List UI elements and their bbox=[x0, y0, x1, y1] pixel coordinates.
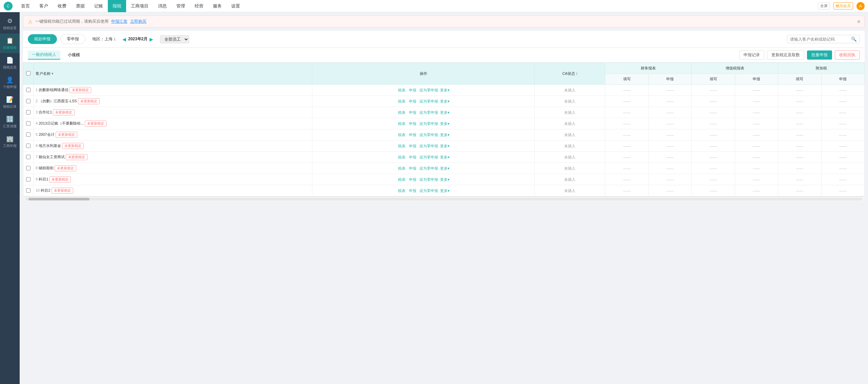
row-checkbox-8[interactable] bbox=[26, 177, 31, 182]
tab-zero-declare[interactable]: 零申报 bbox=[60, 34, 85, 44]
row-checkbox-3[interactable] bbox=[26, 121, 31, 126]
scrollbar-thumb[interactable] bbox=[28, 198, 90, 200]
op-link-税表[interactable]: 税表 bbox=[398, 189, 406, 193]
op-link-申报[interactable]: 申报 bbox=[409, 177, 416, 182]
row-checkbox-1[interactable] bbox=[26, 99, 31, 103]
nav-item-服务[interactable]: 服务 bbox=[208, 0, 226, 12]
op-link-设为零申报[interactable]: 设为零申报 bbox=[419, 166, 438, 170]
vip-button[interactable]: 畅为会员 bbox=[833, 2, 853, 9]
more-link[interactable]: 更多▾ bbox=[440, 99, 450, 103]
op-link-设为零申报[interactable]: 设为零申报 bbox=[419, 99, 438, 103]
finance-declare-cell: —— bbox=[648, 163, 691, 174]
nav-item-报税[interactable]: 报税 bbox=[108, 0, 126, 12]
more-link[interactable]: 更多▾ bbox=[440, 88, 450, 92]
row-checkbox-5[interactable] bbox=[26, 144, 31, 148]
ca-status-cell: 未插入 bbox=[534, 96, 605, 107]
fullscreen-button[interactable]: 全屏 bbox=[818, 2, 830, 9]
row-checkbox-7[interactable] bbox=[26, 166, 31, 170]
nav-item-消息[interactable]: 消息 bbox=[153, 0, 172, 12]
row-number: 6 bbox=[36, 144, 38, 148]
next-date-button[interactable]: ▶ bbox=[150, 37, 153, 42]
sidebar-item-2[interactable]: 📄报税总览 bbox=[0, 53, 20, 73]
nav-item-首页[interactable]: 首页 bbox=[16, 0, 35, 12]
nav-item-记账[interactable]: 记账 bbox=[90, 0, 108, 12]
declare-record-button[interactable]: 申报记录 bbox=[739, 50, 764, 60]
banner-link-report[interactable]: 申报汇签 bbox=[111, 19, 127, 24]
update-tax-button[interactable]: 更新税定及取数 bbox=[767, 50, 804, 60]
row-checkbox-9[interactable] bbox=[26, 188, 31, 193]
op-link-税表[interactable]: 税表 bbox=[398, 177, 406, 182]
op-link-税表[interactable]: 税表 bbox=[398, 99, 406, 103]
op-link-设为零申报[interactable]: 设为零申报 bbox=[419, 155, 438, 159]
nav-item-票据[interactable]: 票据 bbox=[71, 0, 90, 12]
more-link[interactable]: 更多▾ bbox=[440, 177, 450, 182]
op-link-税表[interactable]: 税表 bbox=[398, 166, 406, 170]
op-link-设为零申报[interactable]: 设为零申报 bbox=[419, 177, 438, 182]
sidebar-item-6[interactable]: 🏢工商年报 bbox=[0, 132, 20, 151]
batch-declare-button[interactable]: 批量申报 bbox=[807, 50, 832, 60]
sort-icon[interactable]: ▾ bbox=[52, 71, 54, 76]
op-link-申报[interactable]: 申报 bbox=[409, 166, 416, 170]
select-all-checkbox[interactable] bbox=[26, 71, 31, 76]
add-declare-cell: —— bbox=[821, 96, 864, 107]
op-link-税表[interactable]: 税表 bbox=[398, 110, 406, 114]
more-link[interactable]: 更多▾ bbox=[440, 122, 450, 126]
nav-item-收费[interactable]: 收费 bbox=[53, 0, 71, 12]
more-link[interactable]: 更多▾ bbox=[440, 110, 450, 114]
op-link-申报[interactable]: 申报 bbox=[409, 110, 416, 114]
nav-item-客户[interactable]: 客户 bbox=[35, 0, 53, 12]
op-link-申报[interactable]: 申报 bbox=[409, 133, 416, 137]
nav-item-经营[interactable]: 经营 bbox=[190, 0, 208, 12]
op-link-设为零申报[interactable]: 设为零申报 bbox=[419, 110, 438, 114]
info-icon[interactable]: ℹ bbox=[114, 37, 116, 42]
search-button[interactable]: 🔍 bbox=[848, 35, 860, 43]
op-link-申报[interactable]: 申报 bbox=[409, 189, 416, 193]
banner-close-button[interactable]: ✕ bbox=[857, 19, 861, 24]
sidebar-item-5[interactable]: 🔢汇算清缴 bbox=[0, 112, 20, 132]
op-link-设为零申报[interactable]: 设为零申报 bbox=[419, 88, 438, 92]
prev-date-button[interactable]: ◀ bbox=[122, 37, 126, 42]
row-checkbox-4[interactable] bbox=[26, 132, 31, 137]
staff-select[interactable]: 全部员工 bbox=[160, 35, 189, 43]
op-link-设为零申报[interactable]: 设为零申报 bbox=[419, 122, 438, 126]
op-link-税表[interactable]: 税表 bbox=[398, 122, 406, 126]
op-link-申报[interactable]: 申报 bbox=[409, 99, 416, 103]
sidebar-item-4[interactable]: 📝报税记录 bbox=[0, 92, 20, 112]
add-declare-cell: —— bbox=[821, 152, 864, 163]
row-checkbox-6[interactable] bbox=[26, 155, 31, 159]
op-link-申报[interactable]: 申报 bbox=[409, 155, 416, 159]
more-link[interactable]: 更多▾ bbox=[440, 189, 450, 193]
tab-small-scale[interactable]: 小规模 bbox=[64, 51, 84, 59]
nav-item-设置[interactable]: 设置 bbox=[226, 0, 245, 12]
op-link-设为零申报[interactable]: 设为零申报 bbox=[419, 144, 438, 148]
more-link[interactable]: 更多▾ bbox=[440, 166, 450, 170]
sidebar-item-3[interactable]: 👤个税申报 bbox=[0, 73, 20, 92]
search-input[interactable] bbox=[787, 36, 848, 43]
th-operation: 操作 bbox=[312, 63, 534, 85]
th-finance-declare: 申报 bbox=[648, 74, 691, 85]
op-link-申报[interactable]: 申报 bbox=[409, 88, 416, 92]
sidebar-item-0[interactable]: ⚙报税设置 bbox=[0, 14, 20, 34]
op-link-设为零申报[interactable]: 设为零申报 bbox=[419, 189, 438, 193]
op-link-税表[interactable]: 税表 bbox=[398, 144, 406, 148]
row-checkbox-2[interactable] bbox=[26, 110, 31, 114]
nav-item-工商项目[interactable]: 工商项目 bbox=[126, 0, 153, 12]
horizontal-scrollbar[interactable] bbox=[23, 196, 865, 201]
op-link-设为零申报[interactable]: 设为零申报 bbox=[419, 133, 438, 137]
op-link-税表[interactable]: 税表 bbox=[398, 133, 406, 137]
tab-tax-declare[interactable]: 税款申报 bbox=[28, 34, 57, 44]
more-link[interactable]: 更多▾ bbox=[440, 155, 450, 159]
sidebar-item-1[interactable]: 📋批量报税 bbox=[0, 34, 20, 53]
op-link-申报[interactable]: 申报 bbox=[409, 122, 416, 126]
trial-banner: ⚠ 一键报税功能已过试用期，请购买后使用 申报汇签 立即购买 ✕ bbox=[23, 16, 865, 27]
op-link-申报[interactable]: 申报 bbox=[409, 144, 416, 148]
more-link[interactable]: 更多▾ bbox=[440, 133, 450, 137]
row-checkbox-0[interactable] bbox=[26, 88, 31, 92]
banner-link-buy[interactable]: 立即购买 bbox=[130, 19, 146, 24]
collect-receipt-button[interactable]: 收取回执 bbox=[835, 50, 860, 60]
op-link-税表[interactable]: 税表 bbox=[398, 155, 406, 159]
tab-general-taxpayer[interactable]: 一般的纳税人 bbox=[28, 50, 60, 60]
more-link[interactable]: 更多▾ bbox=[440, 144, 450, 148]
nav-item-管理[interactable]: 管理 bbox=[172, 0, 190, 12]
op-link-税表[interactable]: 税表 bbox=[398, 88, 406, 92]
